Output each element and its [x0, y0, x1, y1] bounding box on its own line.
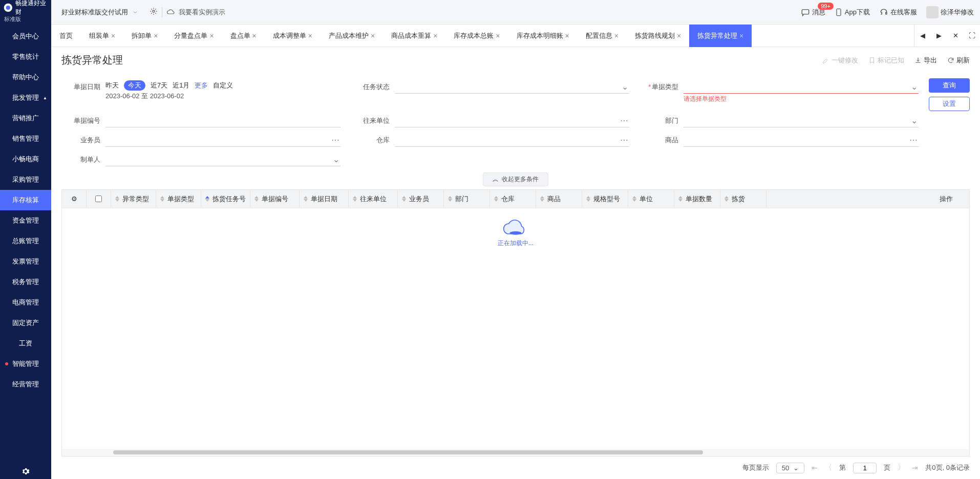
close-icon[interactable]: × — [614, 32, 619, 40]
table-col[interactable]: 业务员 — [398, 190, 444, 208]
sidebar-item[interactable]: 经营管理 — [0, 374, 51, 395]
sidebar-item[interactable]: 会员中心 — [0, 26, 51, 47]
sidebar-item[interactable]: 批发管理 — [0, 88, 51, 108]
preset-yesterday[interactable]: 昨天 — [105, 81, 119, 90]
sales-input[interactable]: ⋯ — [105, 134, 340, 147]
doc-type-select[interactable]: ⌄ — [684, 80, 919, 94]
product-input[interactable]: ⋯ — [684, 134, 919, 147]
sidebar-item[interactable]: 小畅电商 — [0, 149, 51, 169]
table-col[interactable]: 单据类型 — [156, 190, 201, 208]
table-col[interactable]: 部门 — [444, 190, 490, 208]
page-first[interactable]: ⇤ — [812, 464, 818, 472]
tabs-fullscreen[interactable]: ⛶ — [964, 25, 980, 47]
close-icon[interactable]: × — [209, 32, 214, 40]
tab-home[interactable]: 首页 — [51, 25, 81, 47]
tab[interactable]: 成本调整单× — [265, 25, 321, 47]
tab[interactable]: 分量盘点单× — [166, 25, 222, 47]
messages-button[interactable]: 消息 99+ — [801, 8, 825, 17]
tabs-prev[interactable]: ◀ — [914, 25, 931, 47]
close-icon[interactable]: × — [433, 32, 437, 40]
close-icon[interactable]: × — [308, 32, 312, 40]
close-icon[interactable]: × — [252, 32, 257, 40]
preset-custom[interactable]: 自定义 — [213, 81, 233, 90]
sidebar-item[interactable]: 采购管理 — [0, 169, 51, 190]
tab[interactable]: 配置信息× — [578, 25, 627, 47]
page-last[interactable]: ⇥ — [912, 464, 918, 472]
dept-select[interactable]: ⌄ — [684, 114, 919, 127]
tab[interactable]: 拆卸单× — [123, 25, 166, 47]
sidebar-settings[interactable] — [0, 464, 51, 479]
close-icon[interactable]: × — [111, 32, 115, 40]
close-icon[interactable]: × — [371, 32, 375, 40]
tab[interactable]: 库存成本明细账× — [508, 25, 578, 47]
tab[interactable]: 盘点单× — [222, 25, 265, 47]
page-prev[interactable]: 〈 — [825, 463, 832, 472]
sidebar-item[interactable]: 税务管理 — [0, 272, 51, 292]
close-icon[interactable]: × — [496, 32, 500, 40]
page-input[interactable] — [853, 463, 877, 473]
table-col[interactable]: 仓库 — [490, 190, 536, 208]
maker-select[interactable]: ⌄ — [105, 153, 340, 166]
sidebar-item[interactable]: 总账管理 — [0, 231, 51, 251]
tabs-next[interactable]: ▶ — [931, 25, 947, 47]
tab[interactable]: 库存成本总账× — [445, 25, 508, 47]
close-icon[interactable]: × — [739, 32, 743, 40]
preset-1m[interactable]: 近1月 — [173, 81, 189, 90]
close-icon[interactable]: × — [677, 32, 681, 40]
warehouse-input[interactable]: ⋯ — [395, 134, 630, 147]
table-settings[interactable]: ⚙ — [62, 190, 87, 208]
page-size-select[interactable]: 50⌄ — [776, 463, 804, 473]
horizontal-scrollbar[interactable] — [62, 449, 969, 456]
tab[interactable]: 组装单× — [81, 25, 123, 47]
table-col[interactable]: 单位 — [628, 190, 674, 208]
sidebar-item[interactable]: 固定资产 — [0, 313, 51, 333]
table-col[interactable]: 异常类型 — [111, 190, 156, 208]
partner-input[interactable]: ⋯ — [395, 114, 630, 127]
query-button[interactable]: 查询 — [929, 78, 970, 93]
table-col[interactable]: 单据日期 — [300, 190, 349, 208]
app-download-button[interactable]: App下载 — [835, 8, 870, 17]
demo-button[interactable]: 我要看实例演示 — [166, 8, 225, 17]
sidebar-item[interactable]: 智能管理 — [0, 354, 51, 374]
preset-today[interactable]: 今天 — [124, 80, 145, 91]
close-icon[interactable]: × — [154, 32, 158, 40]
page-next[interactable]: 〉 — [898, 463, 905, 472]
sidebar-item[interactable]: 资金管理 — [0, 210, 51, 231]
sidebar-item[interactable]: 销售管理 — [0, 128, 51, 149]
tabs-close-all[interactable]: ✕ — [947, 25, 964, 47]
tab[interactable]: 拣货路线规划× — [627, 25, 689, 47]
sidebar-item[interactable]: 电商管理 — [0, 292, 51, 313]
tab[interactable]: 商品成本重算× — [383, 25, 445, 47]
sidebar-item[interactable]: 营销推广 — [0, 108, 51, 128]
preset-more[interactable]: 更多 — [195, 81, 208, 90]
table-col[interactable]: 商品 — [536, 190, 582, 208]
sidebar-item[interactable]: 帮助中心 — [0, 67, 51, 88]
product-selector[interactable]: 好业财标准版交付试用 — [57, 6, 142, 19]
table-col-operate[interactable]: 操作 — [923, 190, 969, 208]
sidebar-item[interactable]: 工资 — [0, 333, 51, 354]
tab[interactable]: 拣货异常处理× — [689, 25, 752, 47]
topbar-gear[interactable] — [150, 7, 158, 17]
refresh-button[interactable]: 刷新 — [947, 56, 970, 65]
close-icon[interactable]: × — [565, 32, 569, 40]
table-col[interactable]: 单据数量 — [674, 190, 720, 208]
tab[interactable]: 产品成本维护× — [321, 25, 383, 47]
settings-button[interactable]: 设置 — [929, 97, 970, 111]
support-button[interactable]: 在线客服 — [879, 8, 917, 17]
user-menu[interactable]: 徐泽华修改 — [926, 6, 974, 18]
table-col[interactable]: 规格型号 — [582, 190, 628, 208]
doc-no-input[interactable] — [105, 114, 340, 127]
select-all-checkbox[interactable] — [95, 195, 102, 202]
sidebar-item[interactable]: 库存核算 — [0, 190, 51, 210]
preset-7d[interactable]: 近7天 — [151, 81, 167, 90]
table-col[interactable]: 拣货 — [720, 190, 766, 208]
task-status-select[interactable]: ⌄ — [395, 80, 630, 94]
sidebar-item[interactable]: 零售统计 — [0, 47, 51, 67]
table-select-all[interactable] — [87, 190, 111, 208]
table-col[interactable]: 单据编号 — [250, 190, 300, 208]
table-col[interactable]: 往来单位 — [349, 190, 398, 208]
export-button[interactable]: 导出 — [914, 56, 937, 65]
table-col[interactable]: 拣货任务号 — [201, 190, 250, 208]
collapse-filters-button[interactable]: ︽ 收起更多条件 — [483, 172, 548, 186]
sidebar-item[interactable]: 发票管理 — [0, 251, 51, 272]
